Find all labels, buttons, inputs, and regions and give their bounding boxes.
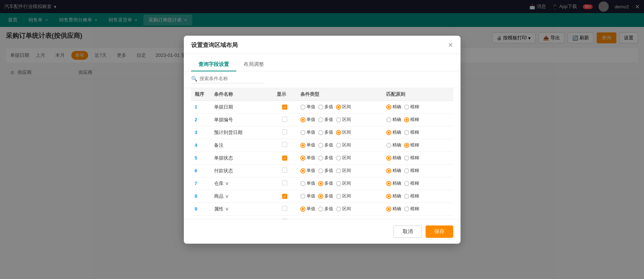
rule-option-精确-5[interactable]: 精确 [386, 155, 401, 161]
show-checkbox-4[interactable] [282, 142, 287, 147]
rule-option-精确-4[interactable]: 精确 [386, 142, 401, 148]
rule-option-模糊-6[interactable]: 模糊 [404, 168, 419, 174]
type-option-多值-4[interactable]: 多值 [318, 142, 333, 148]
show-checkbox-9[interactable] [282, 206, 287, 211]
row-rule-6: 精确模糊 [383, 164, 453, 177]
row-type-6: 单值多值区间 [297, 164, 383, 177]
row-rule-9: 精确模糊 [383, 203, 453, 215]
row-type-2: 单值多值区间 [297, 113, 383, 126]
row-type-5: 单值多值区间 [297, 152, 383, 164]
type-option-区间-9[interactable]: 区间 [336, 206, 351, 212]
type-option-区间-6[interactable]: 区间 [336, 168, 351, 174]
type-option-单值-3[interactable]: 单值 [300, 129, 315, 135]
table-row: 10有无商品图片单值多值区间精确模糊 [191, 215, 453, 219]
rule-radio-circle-精确 [386, 117, 391, 122]
rule-radio-circle-模糊 [404, 194, 409, 199]
type-option-区间-7[interactable]: 区间 [336, 180, 351, 186]
type-option-单值-1[interactable]: 单值 [300, 104, 315, 110]
rule-option-模糊-8[interactable]: 模糊 [404, 193, 419, 199]
show-checkbox-1[interactable]: ✓ [282, 105, 287, 110]
rule-radio-circle-精确 [386, 130, 391, 135]
rule-option-精确-9[interactable]: 精确 [386, 206, 401, 212]
rule-option-模糊-7[interactable]: 模糊 [404, 180, 419, 186]
row-show-6[interactable] [273, 164, 296, 177]
show-checkbox-6[interactable] [282, 168, 287, 173]
type-option-区间-3[interactable]: 区间 [336, 129, 351, 135]
search-input[interactable] [199, 76, 258, 81]
radio-circle-多值 [318, 130, 323, 135]
radio-circle-区间 [336, 207, 341, 212]
type-option-区间-4[interactable]: 区间 [336, 142, 351, 148]
type-option-单值-7[interactable]: 单值 [300, 180, 315, 186]
rule-option-精确-3[interactable]: 精确 [386, 129, 401, 135]
rule-option-模糊-3[interactable]: 模糊 [404, 129, 419, 135]
rule-radio-circle-模糊 [404, 168, 409, 173]
th-name: 条件名称 [210, 88, 273, 101]
modal-body: 顺序 条件名称 显示 条件类型 匹配原则 1单据日期✓单值多值区间精确模糊2单据… [184, 88, 461, 219]
row-type-8: 单值多值区间 [297, 190, 383, 203]
rule-radio-circle-精确 [386, 168, 391, 173]
type-option-多值-2[interactable]: 多值 [318, 117, 333, 123]
type-option-多值-9[interactable]: 多值 [318, 206, 333, 212]
row-show-10[interactable] [273, 215, 296, 219]
rule-option-精确-8[interactable]: 精确 [386, 193, 401, 199]
rule-option-模糊-9[interactable]: 模糊 [404, 206, 419, 212]
radio-circle-区间 [336, 117, 341, 122]
type-option-区间-5[interactable]: 区间 [336, 155, 351, 161]
type-option-多值-1[interactable]: 多值 [318, 104, 333, 110]
rule-option-模糊-2[interactable]: 模糊 [404, 117, 419, 123]
rule-option-模糊-5[interactable]: 模糊 [404, 155, 419, 161]
cancel-button[interactable]: 取消 [394, 225, 422, 238]
row-show-7[interactable] [273, 177, 296, 190]
type-option-多值-3[interactable]: 多值 [318, 129, 333, 135]
modal-tab-query-fields[interactable]: 查询字段设置 [191, 58, 236, 71]
type-option-区间-1[interactable]: 区间 [336, 104, 351, 110]
type-option-单值-5[interactable]: 单值 [300, 155, 315, 161]
show-checkbox-8[interactable]: ✓ [282, 194, 287, 199]
type-option-单值-4[interactable]: 单值 [300, 142, 315, 148]
row-rule-5: 精确模糊 [383, 152, 453, 164]
type-option-单值-2[interactable]: 单值 [300, 117, 315, 123]
radio-circle-区间 [336, 181, 341, 186]
row-show-8[interactable]: ✓ [273, 190, 296, 203]
type-option-区间-2[interactable]: 区间 [336, 117, 351, 123]
rule-option-模糊-4[interactable]: 模糊 [404, 142, 419, 148]
modal-tab-layout[interactable]: 布局调整 [236, 58, 271, 71]
type-option-单值-9[interactable]: 单值 [300, 206, 315, 212]
radio-circle-区间 [336, 105, 341, 110]
row-show-2[interactable] [273, 113, 296, 126]
rule-option-精确-6[interactable]: 精确 [386, 168, 401, 174]
type-option-多值-8[interactable]: 多值 [318, 193, 333, 199]
type-option-多值-6[interactable]: 多值 [318, 168, 333, 174]
rule-option-模糊-1[interactable]: 模糊 [404, 104, 419, 110]
row-show-9[interactable] [273, 203, 296, 215]
modal-search-area: 🔍 [184, 71, 461, 88]
rule-option-精确-7[interactable]: 精确 [386, 180, 401, 186]
row-order-1: 1 [191, 101, 211, 113]
modal-close-button[interactable]: ✕ [448, 42, 453, 48]
row-show-1[interactable]: ✓ [273, 101, 296, 113]
conditions-table: 顺序 条件名称 显示 条件类型 匹配原则 1单据日期✓单值多值区间精确模糊2单据… [191, 88, 453, 219]
type-option-单值-6[interactable]: 单值 [300, 168, 315, 174]
type-option-单值-8[interactable]: 单值 [300, 193, 315, 199]
show-checkbox-7[interactable] [282, 180, 287, 185]
type-option-多值-7[interactable]: 多值 [318, 180, 333, 186]
row-show-4[interactable] [273, 139, 296, 152]
rule-option-精确-1[interactable]: 精确 [386, 104, 401, 110]
radio-circle-单值 [300, 143, 305, 148]
radio-circle-单值 [300, 156, 305, 161]
rule-option-精确-2[interactable]: 精确 [386, 117, 401, 123]
save-button[interactable]: 保存 [426, 225, 453, 238]
radio-circle-区间 [336, 143, 341, 148]
row-type-1: 单值多值区间 [297, 101, 383, 113]
row-type-9: 单值多值区间 [297, 203, 383, 215]
show-checkbox-5[interactable]: ✓ [282, 156, 287, 161]
modal-backdrop: 设置查询区域布局 ✕ 查询字段设置 布局调整 🔍 顺序 [0, 0, 644, 279]
type-option-区间-8[interactable]: 区间 [336, 193, 351, 199]
row-show-3[interactable] [273, 126, 296, 139]
show-checkbox-3[interactable] [282, 129, 287, 134]
row-show-5[interactable]: ✓ [273, 152, 296, 164]
settings-modal: 设置查询区域布局 ✕ 查询字段设置 布局调整 🔍 顺序 [184, 36, 461, 244]
type-option-多值-5[interactable]: 多值 [318, 155, 333, 161]
show-checkbox-2[interactable] [282, 117, 287, 122]
